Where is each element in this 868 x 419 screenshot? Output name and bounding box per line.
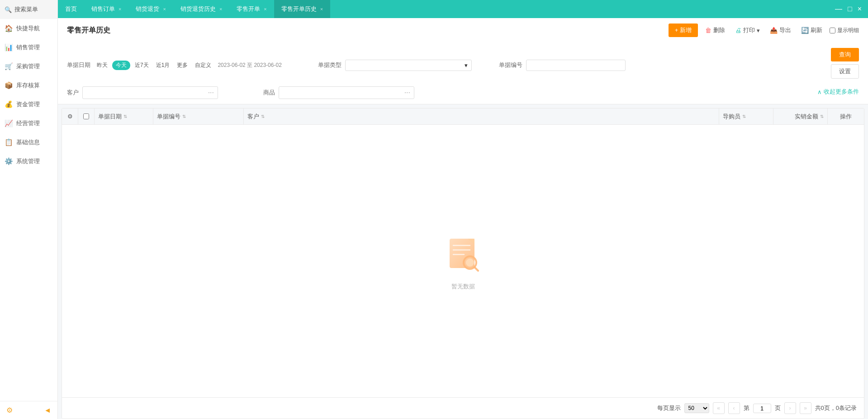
tab-sales-order-close[interactable]: × bbox=[119, 6, 121, 12]
date-btns: 昨天 今天 近7天 近1月 更多 自定义 bbox=[94, 61, 214, 70]
export-icon: 📤 bbox=[770, 27, 778, 34]
date-btn-custom[interactable]: 自定义 bbox=[192, 61, 214, 70]
date-btn-7days[interactable]: 近7天 bbox=[132, 61, 152, 70]
tab-sales-return-history-close[interactable]: × bbox=[219, 6, 222, 12]
add-button[interactable]: + 新增 bbox=[669, 24, 698, 37]
filter-area: 单据日期 昨天 今天 近7天 近1月 更多 自定义 2023-06-02 至 2… bbox=[67, 42, 859, 104]
footer-settings-icon[interactable]: ⚙ bbox=[6, 406, 13, 414]
print-icon: 🖨 bbox=[735, 27, 741, 34]
th-order-no-label: 单据编号 bbox=[157, 113, 180, 121]
tab-retail-open[interactable]: 零售开单 × bbox=[229, 0, 274, 18]
customer-select[interactable]: ··· bbox=[82, 86, 218, 99]
sort-customer-icon: ⇅ bbox=[261, 114, 265, 119]
sidebar-item-label: 基础信息 bbox=[16, 138, 40, 146]
tab-retail-history-close[interactable]: × bbox=[320, 6, 323, 12]
product-dots-icon: ··· bbox=[404, 89, 410, 97]
sidebar-item-purchase-mgmt[interactable]: 🛒 采购管理 bbox=[0, 57, 57, 76]
window-controls: — □ × bbox=[835, 5, 868, 13]
print-button[interactable]: 🖨 打印 ▾ bbox=[732, 24, 763, 36]
refresh-button[interactable]: 🔄 刷新 bbox=[798, 24, 825, 36]
sidebar-item-quick-nav[interactable]: 🏠 快捷导航 bbox=[0, 19, 57, 38]
table-wrapper: ⚙ 单据日期 ⇅ 单据编号 ⇅ 客户 ⇅ 导购员 bbox=[62, 108, 864, 419]
main-area: 首页 销售订单 × 销货退货 × 销货退货历史 × 零售开单 × 零售开单历史 … bbox=[58, 0, 868, 419]
tab-sales-order[interactable]: 销售订单 × bbox=[84, 0, 128, 18]
sidebar-item-label: 快捷导航 bbox=[16, 24, 40, 33]
th-checkbox[interactable] bbox=[78, 108, 95, 124]
money-icon: 💰 bbox=[5, 100, 13, 108]
tab-sales-return[interactable]: 销货退货 × bbox=[128, 0, 173, 18]
date-btn-1month[interactable]: 近1月 bbox=[153, 61, 173, 70]
tab-sales-return-close[interactable]: × bbox=[163, 6, 166, 12]
sidebar-item-sales-mgmt[interactable]: 📊 销售管理 bbox=[0, 38, 57, 57]
tab-sales-return-history[interactable]: 销货退货历史 × bbox=[173, 0, 229, 18]
th-date[interactable]: 单据日期 ⇅ bbox=[95, 108, 153, 124]
sidebar-nav: 🏠 快捷导航 📊 销售管理 🛒 采购管理 📦 库存核算 💰 资金管理 📈 经营管… bbox=[0, 19, 57, 401]
home-icon: 🏠 bbox=[5, 24, 13, 33]
last-page-btn[interactable]: » bbox=[800, 402, 811, 414]
query-button[interactable]: 查询 bbox=[831, 48, 859, 61]
tab-home[interactable]: 首页 bbox=[58, 0, 84, 18]
th-amount[interactable]: 实销金额 ⇅ bbox=[773, 108, 828, 124]
tab-retail-open-label: 零售开单 bbox=[237, 5, 260, 13]
sort-guide-icon: ⇅ bbox=[742, 114, 746, 119]
collapse-filter-btn[interactable]: ∧ 收起更多条件 bbox=[817, 86, 859, 99]
date-btn-more[interactable]: 更多 bbox=[174, 61, 190, 70]
settings-button[interactable]: 设置 bbox=[831, 64, 859, 79]
th-customer[interactable]: 客户 ⇅ bbox=[244, 108, 719, 124]
tab-home-label: 首页 bbox=[65, 5, 77, 13]
top-nav: 首页 销售订单 × 销货退货 × 销货退货历史 × 零售开单 × 零售开单历史 … bbox=[58, 0, 868, 18]
delete-label: 删除 bbox=[713, 26, 725, 34]
sidebar-item-operations[interactable]: 📈 经营管理 bbox=[0, 114, 57, 133]
per-page-select[interactable]: 50 10 20 100 bbox=[684, 403, 709, 413]
svg-point-5 bbox=[466, 259, 474, 267]
date-btn-yesterday[interactable]: 昨天 bbox=[94, 61, 110, 70]
gear-icon: ⚙️ bbox=[5, 157, 13, 165]
order-type-select[interactable]: ▾ bbox=[345, 60, 472, 71]
tab-retail-history-label: 零售开单历史 bbox=[281, 5, 317, 13]
first-page-btn[interactable]: « bbox=[713, 402, 725, 414]
th-order-no[interactable]: 单据编号 ⇅ bbox=[153, 108, 244, 124]
sidebar-search[interactable]: 🔍 搜索菜单 bbox=[0, 0, 57, 19]
page-header: 零售开单历史 + 新增 🗑 删除 🖨 打印 ▾ 📤 导出 bbox=[58, 18, 868, 104]
th-settings[interactable]: ⚙ bbox=[62, 108, 78, 124]
delete-button[interactable]: 🗑 删除 bbox=[702, 24, 728, 36]
cart-icon: 🛒 bbox=[5, 62, 13, 71]
select-all-checkbox[interactable] bbox=[83, 113, 89, 119]
product-select[interactable]: ··· bbox=[279, 86, 414, 99]
prev-page-btn[interactable]: ‹ bbox=[728, 402, 740, 414]
sidebar-item-label: 库存核算 bbox=[16, 81, 40, 89]
trending-icon: 📈 bbox=[5, 119, 13, 127]
th-guide-label: 导购员 bbox=[723, 113, 740, 121]
date-btn-today[interactable]: 今天 bbox=[112, 61, 130, 70]
sidebar-item-sys-mgmt[interactable]: ⚙️ 系统管理 bbox=[0, 152, 57, 171]
page-label-pre: 第 bbox=[744, 404, 749, 412]
close-btn[interactable]: × bbox=[858, 5, 862, 13]
sidebar-item-inventory[interactable]: 📦 库存核算 bbox=[0, 76, 57, 95]
sidebar-item-basic-info[interactable]: 📋 基础信息 bbox=[0, 133, 57, 152]
footer-collapse-icon[interactable]: ◄ bbox=[44, 406, 51, 414]
print-arrow-icon: ▾ bbox=[757, 27, 760, 34]
export-button[interactable]: 📤 导出 bbox=[767, 24, 794, 36]
show-detail-checkbox[interactable] bbox=[830, 28, 835, 33]
show-detail-checkbox-label[interactable]: 显示明细 bbox=[830, 27, 859, 34]
sort-date-icon: ⇅ bbox=[123, 114, 127, 119]
table-body: 暂无数据 bbox=[62, 125, 864, 397]
search-icon: 🔍 bbox=[5, 6, 12, 13]
sort-amount-icon: ⇅ bbox=[820, 114, 824, 119]
next-page-btn[interactable]: › bbox=[784, 402, 796, 414]
th-guide[interactable]: 导购员 ⇅ bbox=[719, 108, 773, 124]
filter-row-2: 客户 ··· 商品 ··· bbox=[67, 84, 859, 101]
date-range-display: 2023-06-02 至 2023-06-02 bbox=[218, 61, 281, 69]
tab-retail-open-close[interactable]: × bbox=[264, 6, 266, 12]
delete-icon: 🗑 bbox=[705, 27, 711, 34]
table-header: ⚙ 单据日期 ⇅ 单据编号 ⇅ 客户 ⇅ 导购员 bbox=[62, 108, 864, 125]
filter-order-no: 单据编号 bbox=[499, 60, 626, 71]
tab-retail-history[interactable]: 零售开单历史 × bbox=[274, 0, 330, 18]
page-number-input[interactable] bbox=[753, 404, 771, 413]
minimize-btn[interactable]: — bbox=[835, 5, 842, 13]
maximize-btn[interactable]: □ bbox=[848, 5, 852, 13]
product-label: 商品 bbox=[263, 89, 275, 97]
order-type-label: 单据类型 bbox=[318, 61, 342, 69]
sidebar-item-finance[interactable]: 💰 资金管理 bbox=[0, 95, 57, 114]
order-no-input[interactable] bbox=[526, 60, 626, 71]
